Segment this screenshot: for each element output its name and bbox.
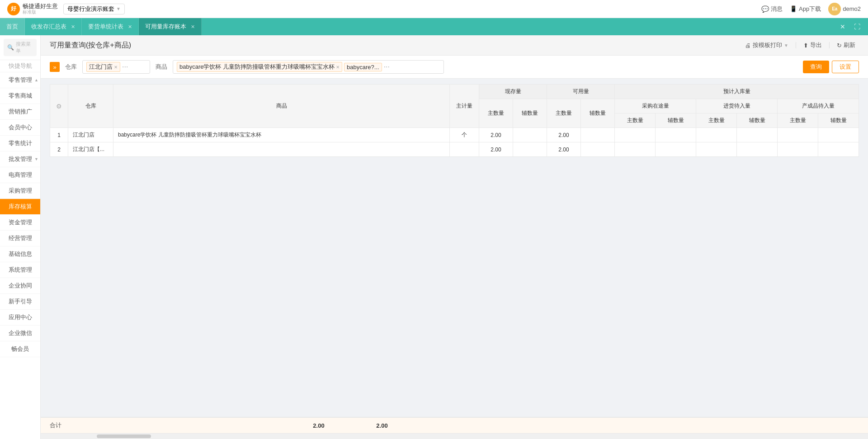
th-pt-main: 主数量: [615, 113, 656, 128]
table-wrap: ⚙ 仓库 商品 主计量 现存量 可用量 预计入库量 主数量 辅数量 主数量 辅数…: [41, 79, 868, 417]
search-label: 搜索菜单: [16, 41, 33, 54]
sidebar-search[interactable]: 🔍 搜索菜单: [0, 35, 40, 60]
remove-warehouse-icon[interactable]: ✕: [114, 65, 118, 70]
app-download-action[interactable]: 📱 App下载: [790, 5, 821, 13]
tab-home-label: 首页: [6, 23, 18, 31]
tenant-selector[interactable]: 母婴行业演示账套 ▼: [63, 4, 125, 14]
th-purchase-incoming: 进货待入量: [696, 99, 778, 113]
th-pr-aux: 辅数量: [818, 113, 859, 128]
sidebar-item-newbie[interactable]: 新手引导: [0, 294, 40, 310]
message-action[interactable]: 💬 消息: [761, 5, 783, 13]
query-button[interactable]: 查询: [803, 61, 829, 73]
table-row: 1 江北门店 babycare学饮杯 儿童防摔防撞吸管杯重力球吸嘴杯宝宝水杯 个…: [50, 128, 859, 142]
export-icon: ⬆: [803, 42, 808, 49]
cell-current-aux: [513, 128, 547, 142]
th-current-aux: 辅数量: [513, 99, 547, 128]
sidebar-item-marketing[interactable]: 营销推广: [0, 104, 40, 120]
sidebar-item-base-info[interactable]: 基础信息: [0, 246, 40, 262]
page-title: 可用量查询(按仓库+商品): [50, 41, 131, 50]
tab-close-icon[interactable]: ✕: [191, 24, 195, 30]
th-production-incoming: 产成品待入量: [778, 99, 859, 113]
warehouse-filter[interactable]: 江北门店 ✕ ···: [82, 60, 150, 74]
cell-current-main: 2.00: [479, 128, 513, 142]
top-bar-right: 💬 消息 📱 App下载 Ea demo2: [761, 3, 861, 15]
th-main-unit: 主计量: [450, 85, 479, 128]
th-pt-aux: 辅数量: [656, 113, 696, 128]
cell-warehouse: 江北门店: [68, 128, 113, 142]
close-tab-btn[interactable]: ✕: [837, 21, 848, 32]
sidebar-item-ecommerce[interactable]: 电商管理: [0, 167, 40, 183]
chevron-down-icon: ▼: [116, 6, 121, 11]
tab-available-inventory[interactable]: 可用量库存账本 ✕: [139, 18, 202, 35]
sidebar-item-business[interactable]: 经营管理: [0, 231, 40, 246]
filter-toggle-btn[interactable]: »: [50, 62, 60, 72]
th-forecast: 预计入库量: [615, 85, 859, 99]
cell-pi-main: [696, 128, 737, 142]
logo-area: 好 畅捷通好生意 标准版: [7, 3, 58, 15]
th-available-aux: 辅数量: [581, 99, 615, 128]
sidebar-item-member[interactable]: 会员中心: [0, 120, 40, 136]
settings-button[interactable]: 设置: [832, 61, 859, 73]
th-purchase-transit: 采购在途量: [615, 99, 696, 113]
th-warehouse: 仓库: [68, 85, 113, 128]
gear-icon: ⚙: [56, 103, 62, 110]
sidebar-item-retail-stats[interactable]: 零售统计: [0, 136, 40, 151]
more-dots-2[interactable]: ···: [384, 63, 390, 71]
product-tag-1: babycare学饮杯 儿童防摔防撞吸管杯重力球吸嘴杯宝宝水杯 ✕: [177, 62, 342, 72]
more-dots[interactable]: ···: [122, 63, 128, 71]
product-tag-2: babycare?...: [344, 63, 382, 71]
sidebar-item-chang-member[interactable]: 畅会员: [0, 341, 40, 357]
tab-bar: 首页 收发存汇总表 ✕ 要货单统计表 ✕ 可用量库存账本 ✕ ✕ ⛶: [0, 18, 868, 35]
divider: [796, 42, 796, 48]
cell-pr-main: [778, 142, 818, 157]
sidebar-item-enterprise[interactable]: 企业协同: [0, 278, 40, 294]
sidebar-item-system[interactable]: 系统管理: [0, 262, 40, 278]
tab-close-icon[interactable]: ✕: [71, 24, 75, 30]
refresh-btn[interactable]: ↻ 刷新: [833, 40, 859, 51]
sidebar-item-wholesale[interactable]: 批发管理 ▼: [0, 151, 40, 167]
tab-receive-summary[interactable]: 收发存汇总表 ✕: [25, 18, 82, 35]
tab-order-label: 要货单统计表: [88, 23, 123, 31]
footer-label: 合计: [45, 421, 303, 430]
table-footer: 合计 2.00 2.00: [41, 417, 868, 434]
product-label: 商品: [156, 63, 167, 71]
sidebar-item-retail[interactable]: 零售管理 ▲: [0, 72, 40, 88]
cell-pt-main: [615, 128, 656, 142]
expand-tab-btn[interactable]: ⛶: [852, 21, 863, 32]
cell-pi-aux: [737, 142, 778, 157]
sidebar-item-purchase[interactable]: 采购管理: [0, 183, 40, 199]
tab-actions: ✕ ⛶: [837, 21, 868, 32]
top-bar: 好 畅捷通好生意 标准版 母婴行业演示账套 ▼ 💬 消息 📱 App下载 Ea …: [0, 0, 868, 18]
message-icon: 💬: [761, 5, 769, 13]
cell-no: 2: [50, 142, 68, 157]
scroll-thumb[interactable]: [97, 434, 151, 438]
page-actions: 🖨 按模板打印 ▼ ⬆ 导出 ↻ 刷新: [741, 40, 859, 51]
th-pi-main: 主数量: [696, 113, 737, 128]
export-btn[interactable]: ⬆ 导出: [800, 40, 826, 51]
sidebar-item-inventory[interactable]: 库存核算: [0, 199, 40, 215]
tab-order-stats[interactable]: 要货单统计表 ✕: [82, 18, 139, 35]
print-template-btn[interactable]: 🖨 按模板打印 ▼: [741, 40, 792, 51]
refresh-icon: ↻: [837, 42, 842, 49]
sidebar-item-app-center[interactable]: 应用中心: [0, 310, 40, 326]
cell-current-main: 2.00: [479, 142, 513, 157]
remove-product1-icon[interactable]: ✕: [336, 65, 340, 70]
th-current-main: 主数量: [479, 99, 513, 128]
sidebar-item-retail-mall[interactable]: 零售商城: [0, 88, 40, 104]
scroll-bar[interactable]: [41, 434, 868, 439]
table-row: 2 江北门店【... 2.00 2.00: [50, 142, 859, 157]
cell-pr-aux: [818, 142, 859, 157]
logo-text: 畅捷通好生意 标准版: [23, 3, 58, 15]
product-filter[interactable]: babycare学饮杯 儿童防摔防撞吸管杯重力球吸嘴杯宝宝水杯 ✕ babyca…: [173, 60, 444, 74]
warehouse-label: 仓库: [65, 63, 77, 71]
tab-home[interactable]: 首页: [0, 18, 25, 35]
cell-pr-main: [778, 128, 818, 142]
th-gear[interactable]: ⚙: [50, 85, 68, 128]
user-area[interactable]: Ea demo2: [828, 3, 861, 15]
tab-close-icon[interactable]: ✕: [128, 24, 132, 30]
sidebar-item-finance[interactable]: 资金管理: [0, 215, 40, 231]
sidebar-item-wechat-work[interactable]: 企业微信: [0, 326, 40, 341]
page-header: 可用量查询(按仓库+商品) 🖨 按模板打印 ▼ ⬆ 导出 ↻ 刷新: [41, 35, 868, 56]
divider: [829, 42, 830, 48]
cell-unit: [450, 142, 479, 157]
